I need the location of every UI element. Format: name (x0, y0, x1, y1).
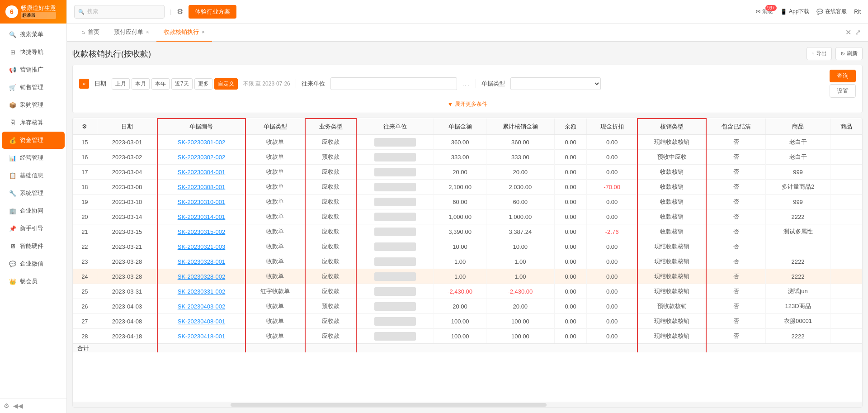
sidebar-item-member[interactable]: 畅会员 (2, 273, 65, 290)
sidebar-item-system[interactable]: 系统管理 (2, 185, 65, 202)
td-bill-no[interactable]: SK-20230314-001 (157, 209, 245, 224)
table-container: ⚙ 日期 单据编号 单据类型 业务类型 往来单位 单据金额 累计核销金额 余额 … (72, 118, 863, 408)
sidebar-item-wechat[interactable]: 企业微信 (2, 255, 65, 272)
tab-prepay-label: 预付应付单 (114, 28, 143, 36)
setting-btn[interactable]: 设置 (830, 84, 856, 98)
td-bill-no[interactable]: SK-20230418-001 (157, 329, 245, 344)
th-settings[interactable]: ⚙ (73, 119, 97, 135)
bill-no-link[interactable]: SK-20230331-002 (178, 288, 226, 295)
td-bill-type: 收款单 (245, 254, 306, 269)
filter-toggle[interactable]: » (79, 79, 89, 89)
td-goods: 测试多属性 (766, 224, 830, 239)
tab-receipt-cancel[interactable]: 收款核销执行 × (156, 24, 212, 42)
query-btn[interactable]: 查询 (830, 70, 856, 82)
bill-no-link[interactable]: SK-20230315-002 (178, 228, 226, 235)
footer-amount (434, 344, 486, 352)
td-goods2 (830, 209, 862, 224)
sidebar-item-operations[interactable]: 经营管理 (2, 149, 65, 166)
topbar-search[interactable]: 搜索 (74, 5, 165, 19)
partner-input[interactable] (330, 77, 457, 90)
sidebar-item-guide[interactable]: 新手引导 (2, 220, 65, 237)
nav-finance-icon (9, 137, 16, 144)
th-bill-no: 单据编号 (157, 119, 245, 135)
td-cumulative: 20.00 (486, 299, 554, 314)
td-bill-no[interactable]: SK-20230310-001 (157, 195, 245, 209)
tab-expand-icon[interactable]: ⤢ (855, 28, 861, 37)
date-value-area: 不限 至 2023-07-26 (243, 80, 290, 88)
tab-home[interactable]: ⌂ 首页 (74, 24, 107, 42)
td-bill-no[interactable]: SK-20230302-002 (157, 150, 245, 165)
date-btn-custom[interactable]: 自定义 (214, 78, 238, 90)
export-btn[interactable]: ↑ 导出 (807, 47, 832, 60)
date-btn-this-month[interactable]: 本月 (132, 78, 150, 90)
sidebar-item-corp[interactable]: 企业协同 (2, 202, 65, 219)
table-scroll[interactable]: ⚙ 日期 单据编号 单据类型 业务类型 往来单位 单据金额 累计核销金额 余额 … (73, 118, 862, 402)
settings-icon[interactable]: ⚙ (4, 402, 9, 409)
td-include-cleared: 否 (706, 239, 766, 254)
tab-receipt-cancel-close[interactable]: × (202, 29, 205, 35)
date-btn-7days[interactable]: 近7天 (171, 78, 193, 90)
date-btn-last-month[interactable]: 上月 (112, 78, 130, 90)
td-bill-no[interactable]: SK-20230301-002 (157, 135, 245, 150)
msg-area[interactable]: ✉ 消息 99+ (756, 8, 773, 15)
bill-no-link[interactable]: SK-20230321-003 (178, 243, 226, 250)
gear-icon[interactable] (177, 7, 183, 16)
td-bill-no[interactable]: SK-20230308-001 (157, 180, 245, 195)
td-cumulative: 10.00 (486, 239, 554, 254)
footer-goods (766, 344, 830, 352)
td-bill-no[interactable]: SK-20230403-002 (157, 299, 245, 314)
td-bill-no[interactable]: SK-20230328-001 (157, 254, 245, 269)
sidebar-item-search-menu[interactable]: 搜索菜单 (2, 26, 65, 43)
tab-prepay-close[interactable]: × (146, 29, 149, 35)
bill-no-link[interactable]: SK-20230304-001 (178, 169, 226, 176)
bill-no-link[interactable]: SK-20230308-001 (178, 184, 226, 190)
sidebar-item-finance[interactable]: 资金管理 (2, 132, 65, 149)
tab-prepay[interactable]: 预付应付单 × (107, 24, 156, 42)
td-bill-no[interactable]: SK-20230304-001 (157, 165, 245, 180)
td-goods: 多计量商品2 (766, 180, 830, 195)
bill-type-select[interactable] (510, 77, 601, 90)
sidebar-item-quick-nav[interactable]: 快捷导航 (2, 43, 65, 61)
td-bill-no[interactable]: SK-20230321-003 (157, 239, 245, 254)
bill-no-link[interactable]: SK-20230403-002 (178, 303, 226, 310)
bill-no-link[interactable]: SK-20230328-002 (178, 273, 226, 280)
bill-no-link[interactable]: SK-20230418-001 (178, 333, 226, 340)
bill-no-link[interactable]: SK-20230328-001 (178, 258, 226, 265)
bill-no-link[interactable]: SK-20230408-001 (178, 318, 226, 325)
bill-no-link[interactable]: SK-20230301-002 (178, 139, 226, 146)
msg-badge: 99+ (765, 5, 777, 11)
td-bill-no[interactable]: SK-20230328-002 (157, 269, 245, 284)
sidebar-item-inventory[interactable]: 库存核算 (2, 114, 65, 131)
filter-dots: ... (462, 81, 470, 87)
td-balance: 0.00 (554, 180, 587, 195)
partner-label: 往来单位 (302, 80, 325, 88)
td-bill-no[interactable]: SK-20230315-002 (157, 224, 245, 239)
filter-expand[interactable]: ▼ 展开更多条件 (79, 100, 856, 108)
tab-close-all-icon[interactable]: ✕ (845, 28, 851, 37)
bill-no-link[interactable]: SK-20230314-001 (178, 214, 226, 220)
sidebar-label-device: 智能硬件 (20, 242, 43, 250)
sidebar-item-sales[interactable]: 销售管理 (2, 79, 65, 96)
table-scrollbar[interactable] (231, 403, 546, 407)
sidebar-item-purchase[interactable]: 采购管理 (2, 96, 65, 114)
date-btn-more[interactable]: 更多 (194, 78, 212, 90)
sidebar-item-base[interactable]: 基础信息 (2, 167, 65, 184)
td-bill-type: 收款单 (245, 269, 306, 284)
app-download[interactable]: 📱 App下载 (780, 8, 809, 15)
td-bill-no[interactable]: SK-20230331-002 (157, 284, 245, 299)
sidebar-item-device[interactable]: 智能硬件 (2, 237, 65, 255)
online-service[interactable]: 💬 在线客服 (816, 8, 847, 15)
industry-btn[interactable]: 体验行业方案 (189, 5, 236, 19)
user-area[interactable]: Rit (854, 9, 861, 15)
collapse-icon[interactable]: ◀◀ (13, 402, 23, 409)
date-btn-this-year[interactable]: 本年 (151, 78, 170, 90)
bill-no-link[interactable]: SK-20230302-002 (178, 154, 226, 161)
bill-no-link[interactable]: SK-20230310-001 (178, 199, 226, 205)
td-biz-type: 应收款 (305, 209, 356, 224)
refresh-btn[interactable]: ↻ 刷新 (835, 47, 863, 60)
td-biz-type: 应收款 (305, 329, 356, 344)
filter-separator-2 (476, 79, 476, 88)
td-bill-no[interactable]: SK-20230408-001 (157, 314, 245, 329)
td-include-cleared: 否 (706, 224, 766, 239)
sidebar-item-marketing[interactable]: 营销推广 (2, 61, 65, 78)
